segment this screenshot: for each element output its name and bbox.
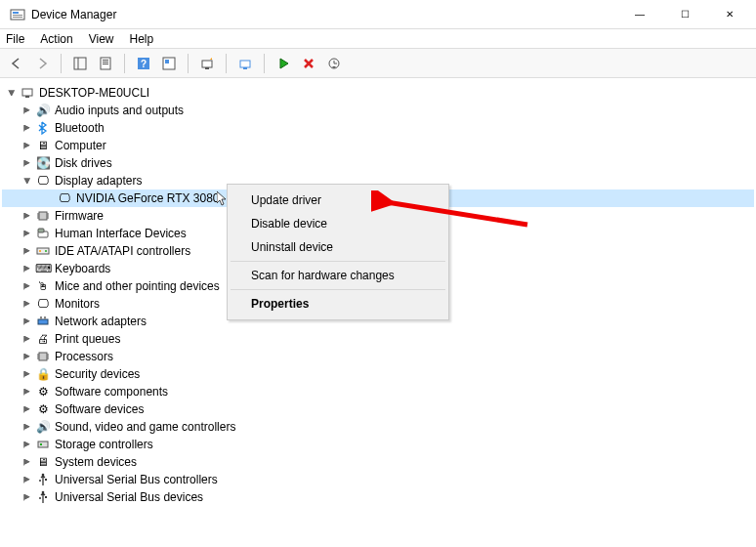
tree-node-label: NVIDIA GeForce RTX 3080 [76, 191, 220, 205]
expand-icon[interactable]: ⯈ [20, 261, 35, 276]
device-category-icon [35, 314, 51, 329]
tree-node[interactable]: ⯈Universal Serial Bus controllers [2, 471, 754, 488]
tree-node-label: Storage controllers [55, 438, 153, 451]
help-button[interactable]: ? [133, 53, 154, 74]
properties-button[interactable] [95, 53, 116, 74]
tree-node-label: Firmware [55, 209, 104, 223]
tree-node[interactable]: ⯈🔊Audio inputs and outputs [2, 102, 754, 119]
maximize-button[interactable]: ☐ [662, 0, 707, 29]
expand-icon[interactable]: ⯈ [20, 437, 35, 452]
device-category-icon: 💽 [35, 155, 51, 171]
update-driver-button[interactable] [234, 53, 256, 74]
tree-node[interactable]: ⯈Storage controllers [2, 436, 754, 453]
svg-rect-9 [103, 63, 108, 64]
expand-icon[interactable]: ⯈ [20, 384, 35, 400]
svg-rect-2 [13, 15, 22, 16]
expand-icon[interactable]: ⯈ [20, 278, 35, 294]
svg-rect-15 [205, 67, 209, 69]
tree-node-label: System devices [55, 455, 137, 469]
expand-icon[interactable]: ⯈ [20, 419, 35, 435]
enable-button[interactable] [273, 53, 294, 74]
tree-node[interactable]: ⯈💽Disk drives [2, 154, 754, 172]
tree-node-label: Network adapters [55, 315, 147, 328]
expand-icon[interactable]: ⯈ [20, 296, 35, 312]
expand-icon[interactable]: ⯈ [20, 401, 35, 417]
svg-rect-4 [74, 58, 86, 69]
svg-text:?: ? [141, 59, 147, 69]
scan-hardware-button[interactable] [323, 53, 345, 74]
expand-icon[interactable]: ⯆ [4, 85, 20, 101]
expand-icon[interactable]: ⯈ [20, 226, 35, 241]
tree-node[interactable]: ⯈🔒Security devices [2, 365, 754, 383]
svg-rect-50 [45, 496, 47, 498]
tree-node-label: Audio inputs and outputs [55, 104, 184, 117]
forward-button[interactable] [31, 53, 53, 74]
minimize-button[interactable]: — [617, 0, 662, 29]
tree-node-label: Universal Serial Bus controllers [55, 473, 218, 486]
device-category-icon: ⚙ [35, 384, 51, 400]
tree-node-label: Display adapters [55, 174, 142, 188]
tree-node[interactable]: ⯈Processors [2, 348, 754, 365]
expand-icon[interactable]: ⯈ [20, 120, 35, 136]
expand-icon[interactable]: ⯈ [20, 489, 35, 505]
expand-icon[interactable]: ⯈ [20, 103, 35, 118]
ctx-properties[interactable]: Properties [230, 292, 446, 316]
expand-icon[interactable]: ⯈ [20, 138, 35, 153]
menu-action[interactable]: Action [40, 32, 72, 46]
expand-icon[interactable]: ⯈ [20, 366, 35, 382]
tree-node-label: Security devices [55, 367, 140, 381]
tree-node[interactable]: ⯈🖨Print queues [2, 330, 754, 348]
expand-icon[interactable]: ⯈ [20, 454, 35, 470]
svg-point-48 [42, 491, 45, 494]
scan-button[interactable] [196, 53, 218, 74]
svg-rect-16 [240, 61, 250, 67]
tree-node[interactable]: ⯈🖥System devices [2, 453, 754, 471]
expand-icon[interactable]: ⯈ [20, 349, 35, 364]
tree-node[interactable]: ⯈🖥Computer [2, 137, 754, 154]
tree-node[interactable]: ⯈⚙Software devices [2, 400, 754, 418]
expand-icon[interactable]: ⯈ [20, 314, 35, 329]
svg-rect-20 [25, 96, 29, 98]
device-category-icon: ⚙ [35, 401, 51, 417]
titlebar: Device Manager — ☐ ✕ [0, 0, 756, 29]
tree-node[interactable]: ⯈Universal Serial Bus devices [2, 488, 754, 506]
device-category-icon [35, 226, 51, 241]
tree-node[interactable]: ⯈⚙Software components [2, 383, 754, 400]
expand-icon[interactable]: ⯈ [20, 208, 35, 224]
ctx-scan-hardware[interactable]: Scan for hardware changes [230, 264, 446, 287]
device-category-icon [35, 243, 51, 259]
expand-icon[interactable]: ⯈ [20, 331, 35, 347]
tree-node-label: Keyboards [55, 262, 110, 275]
device-category-icon: 🖵 [35, 296, 51, 312]
ctx-uninstall-device[interactable]: Uninstall device [230, 235, 446, 259]
action-button[interactable] [158, 53, 180, 74]
svg-rect-47 [45, 479, 47, 481]
menu-help[interactable]: Help [130, 32, 154, 46]
toolbar: ? [0, 49, 756, 78]
expand-icon[interactable]: ⯆ [20, 173, 35, 189]
menu-view[interactable]: View [89, 32, 114, 46]
tree-node[interactable]: ⯈🔊Sound, video and game controllers [2, 418, 754, 436]
ctx-disable-device[interactable]: Disable device [230, 212, 446, 235]
expand-icon[interactable]: ⯈ [20, 155, 35, 171]
svg-rect-35 [44, 316, 46, 319]
menu-file[interactable]: File [6, 32, 24, 46]
close-button[interactable]: ✕ [707, 0, 752, 29]
app-icon [10, 7, 25, 22]
uninstall-button[interactable] [298, 53, 319, 74]
expand-icon[interactable]: ⯈ [20, 243, 35, 259]
svg-rect-33 [38, 319, 48, 324]
svg-rect-21 [39, 212, 47, 220]
ctx-update-driver[interactable]: Update driver [230, 189, 446, 212]
device-category-icon: 🔊 [35, 419, 51, 435]
svg-rect-36 [39, 353, 47, 360]
device-category-icon: ⌨ [35, 261, 51, 276]
context-menu: Update driver Disable device Uninstall d… [227, 184, 449, 320]
expand-icon[interactable]: ⯈ [20, 472, 35, 487]
tree-node-label: Disk drives [55, 156, 112, 170]
back-button[interactable] [6, 53, 27, 74]
tree-root[interactable]: ⯆ DESKTOP-ME0UCLI [2, 84, 754, 102]
show-hide-tree-button[interactable] [69, 53, 91, 74]
tree-node[interactable]: ⯈Bluetooth [2, 119, 754, 137]
svg-rect-44 [40, 443, 42, 445]
